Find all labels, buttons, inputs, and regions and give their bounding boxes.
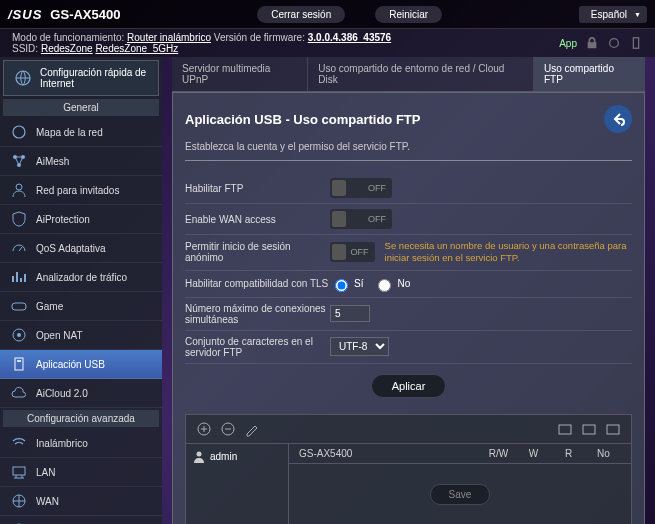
label-maxconn: Número máximo de conexiones simultáneas [185,303,330,325]
shield-icon [10,210,28,228]
usb-app-icon [10,355,28,373]
sidebar-quickstart[interactable]: Configuración rápida de Internet [3,60,159,96]
col-w: W [516,448,551,459]
svg-rect-1 [633,38,638,49]
usb-icon[interactable] [629,36,643,50]
tab-ftp[interactable]: Uso compartido FTP [534,57,645,91]
tab-bar: Servidor multimedia UPnP Uso compartido … [172,57,645,92]
sidebar-item-aicloud[interactable]: AiCloud 2.0 [0,379,162,408]
panel-desc: Establezca la cuenta y el permiso del se… [185,141,632,161]
sidebar-item-aiprotection[interactable]: AiProtection [0,205,162,234]
toggle-anon[interactable]: OFF [330,242,375,262]
sidebar-group-general: General [3,99,159,116]
ftp-panel: Aplicación USB - Uso compartido FTP Esta… [172,92,645,524]
chart-icon [10,268,28,286]
nat-icon [10,326,28,344]
sidebar-item-wan[interactable]: WAN [0,487,162,516]
map-icon [10,123,28,141]
col-no: No [586,448,621,459]
sidebar-item-aimesh[interactable]: AiMesh [0,147,162,176]
radio-tls-no[interactable]: No [373,276,410,292]
gauge-icon [10,239,28,257]
share-device: GS-AX5400 [299,448,481,459]
tab-upnp[interactable]: Servidor multimedia UPnP [172,57,308,91]
label-anon: Permitir inicio de sesión anónimo [185,241,330,263]
fw-value[interactable]: 3.0.0.4.386_43576 [308,32,391,43]
input-maxconn[interactable] [330,305,370,322]
back-button[interactable] [604,105,632,133]
ssid-2[interactable]: RedesZone_5GHz [95,43,178,54]
sidebar-item-network-map[interactable]: Mapa de la red [0,118,162,147]
sidebar-item-guest[interactable]: Red para invitados [0,176,162,205]
svg-point-3 [13,126,25,138]
user-icon [192,450,206,464]
remove-user-icon[interactable] [220,421,236,437]
svg-rect-13 [13,467,25,475]
radio-tls-yes[interactable]: Sí [330,276,363,292]
sidebar-item-game[interactable]: Game [0,292,162,321]
sidebar-item-alexa[interactable]: Amazon Alexa [0,516,162,524]
anon-hint: Se necesita un nombre de usuario y una c… [385,240,632,265]
col-rw: R/W [481,448,516,459]
back-arrow-icon [610,111,626,127]
logout-button[interactable]: Cerrar sesión [257,6,345,23]
col-r: R [551,448,586,459]
quickstart-label: Configuración rápida de Internet [40,67,148,89]
reboot-button[interactable]: Reiniciar [375,6,442,23]
svg-point-10 [17,333,21,337]
svg-rect-21 [583,425,595,434]
globe-icon [14,69,32,87]
save-button[interactable]: Save [430,484,491,505]
label-tls: Habilitar compatibilidad con TLS [185,278,330,289]
panel-title: Aplicación USB - Uso compartido FTP [185,112,420,127]
cloud-icon [10,384,28,402]
header: /SUS GS-AX5400 Cerrar sesión Reiniciar E… [0,0,655,29]
folder-delete-icon[interactable] [605,421,621,437]
sidebar-item-traffic[interactable]: Analizador de tráfico [0,263,162,292]
svg-point-7 [16,184,22,190]
mode-value[interactable]: Router inalámbrico [127,32,211,43]
toggle-enable-wan[interactable]: OFF [330,209,392,229]
app-label[interactable]: App [559,38,577,49]
sidebar-item-usb[interactable]: Aplicación USB [0,350,162,379]
content-area: Servidor multimedia UPnP Uso compartido … [162,57,655,524]
model-name: GS-AX5400 [50,7,120,22]
edit-user-icon[interactable] [244,421,260,437]
folder-add-icon[interactable] [557,421,573,437]
svg-rect-20 [559,425,571,434]
tab-samba[interactable]: Uso compartido de entorno de red / Cloud… [308,57,534,91]
info-bar: Modo de funcionamiento: Router inalámbri… [0,29,655,57]
brand-logo: /SUS [8,7,42,22]
wan-icon [10,492,28,510]
svg-rect-11 [15,358,23,370]
label-enable-wan: Enable WAN access [185,214,330,225]
game-icon [10,297,28,315]
sidebar-item-opennat[interactable]: Open NAT [0,321,162,350]
apply-button[interactable]: Aplicar [371,374,447,398]
lock-icon[interactable] [585,36,599,50]
sidebar-item-qos[interactable]: QoS Adaptativa [0,234,162,263]
svg-rect-12 [17,360,21,362]
wifi-icon [10,434,28,452]
user-item[interactable]: admin [192,450,282,464]
lan-icon [10,463,28,481]
add-user-icon[interactable] [196,421,212,437]
toggle-enable-ftp[interactable]: OFF [330,178,392,198]
ssid-1[interactable]: RedesZone [41,43,93,54]
label-enable-ftp: Habilitar FTP [185,183,330,194]
sidebar-item-wireless[interactable]: Inalámbrico [0,429,162,458]
sidebar-group-advanced: Configuración avanzada [3,410,159,427]
svg-rect-8 [12,303,26,310]
language-selector[interactable]: Español [579,6,647,23]
folder-copy-icon[interactable] [581,421,597,437]
share-panel: admin GS-AX5400 R/W W R No Save [185,414,632,524]
fw-label: Versión de firmware: [214,32,305,43]
svg-point-0 [610,39,619,48]
sidebar-item-lan[interactable]: LAN [0,458,162,487]
svg-rect-22 [607,425,619,434]
mesh-icon [10,152,28,170]
sidebar: Configuración rápida de Internet General… [0,57,162,524]
led-icon[interactable] [607,36,621,50]
select-charset[interactable]: UTF-8 [330,337,389,356]
guest-icon [10,181,28,199]
